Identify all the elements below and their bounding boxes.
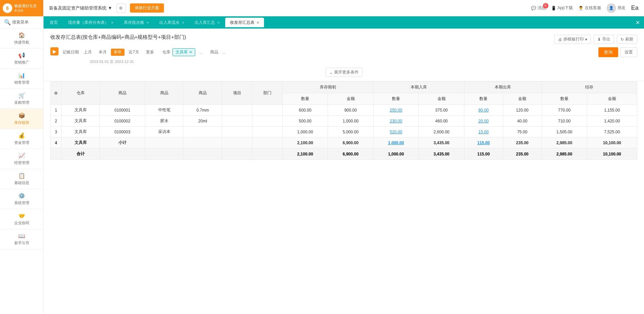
expand-icon: ⌄ <box>329 70 333 75</box>
message-btn[interactable]: 💬 消息 6 <box>531 5 546 11</box>
footer-empty6 <box>252 148 282 160</box>
date-option-this-month[interactable]: 本月 <box>96 49 110 56</box>
home-icon: 🏠 <box>18 32 25 38</box>
sidebar-item-guide[interactable]: 📖 新手引导 <box>0 229 43 249</box>
money-icon: 💰 <box>18 132 25 139</box>
table-row: 3 文具库 0100003 采访本 1,000.00 5,000.00 520.… <box>51 127 637 137</box>
tabbar-close-btn[interactable]: ✕ <box>633 19 643 26</box>
row-dept <box>252 116 282 127</box>
query-btn[interactable]: 查询 <box>598 47 618 57</box>
sidebar-item-basic[interactable]: 📋 基础信息 <box>0 169 43 189</box>
table-wrapper: ⚙ 仓库 商品 商品 商品 项目 部门 库存期初 本期入库 本期出库 结存 <box>44 81 644 167</box>
tab-close-icon[interactable]: ✕ <box>146 21 149 24</box>
row-open-amt: 5,000.00 <box>328 127 374 137</box>
filter-settings-btn[interactable]: 设置 <box>620 47 637 57</box>
row-in-qty[interactable]: 250.00 <box>373 105 419 116</box>
print-template-btn[interactable]: 🖨 拼模板打印 ▾ <box>554 35 591 44</box>
filter-toggle-btn[interactable]: ▶ <box>50 47 59 55</box>
tab-close-icon[interactable]: ✕ <box>111 21 114 24</box>
system-name-dropdown[interactable]: 装备及固定资产辅助管理系统 ▼ <box>49 5 112 11</box>
row-project <box>222 116 252 127</box>
date-option-this-year[interactable]: 本年 <box>111 49 125 56</box>
row-warehouse: 文具库 <box>62 127 100 137</box>
row-warehouse: 文具库 <box>62 105 100 116</box>
date-option-7days[interactable]: 近7天 <box>126 49 142 56</box>
user-menu[interactable]: 👤 用友 <box>607 3 626 13</box>
user-avatar: 👤 <box>607 3 616 13</box>
sidebar-item-collab[interactable]: 🤝 企业协同 <box>0 209 43 229</box>
export-btn[interactable]: ⬇ 导出 <box>594 35 614 44</box>
online-service-btn[interactable]: 👨‍💼 在线客服 <box>578 5 601 11</box>
sidebar-item-finance[interactable]: 💰 资金管理 <box>0 129 43 149</box>
sidebar-item-search[interactable]: 🔍 搜索菜单 <box>0 16 43 29</box>
footer-empty2 <box>100 148 145 160</box>
tab-summary[interactable]: 出入库汇总 ✕ <box>190 18 225 27</box>
main-area: 装备及固定资产辅助管理系统 ▼ ⚙ 体验行业方案 💬 消息 6 📱 App下载 … <box>44 0 644 314</box>
date-option-last-month[interactable]: 上月 <box>81 49 95 56</box>
tab-recv-send[interactable]: 收发存汇总表 ✕ <box>225 18 264 27</box>
sidebar-item-purchase[interactable]: 🛒 采购管理 <box>0 89 43 109</box>
footer-close-qty: 2,985.00 <box>542 148 587 160</box>
subtotal-name <box>145 137 183 148</box>
sidebar-item-sales[interactable]: 📊 销售管理 <box>0 69 43 89</box>
sidebar-item-inventory[interactable]: 📦 库存核算 <box>0 109 43 129</box>
expand-more-conditions-btn[interactable]: ⌄ 展开更多条件 <box>326 68 362 77</box>
table-settings-col[interactable]: ⚙ <box>51 82 62 105</box>
tab-close-icon[interactable]: ✕ <box>257 21 259 24</box>
sidebar-item-system[interactable]: ⚙️ 系统管理 <box>0 189 43 209</box>
avatar-icon: 👤 <box>609 6 614 10</box>
date-range-display: 2023-01-01 至 2023-12-31 <box>90 60 134 64</box>
row-name: 中性笔 <box>145 105 183 116</box>
table-row: 1 文具库 0100001 中性笔 0.7mm 600.00 900.00 25… <box>51 105 637 116</box>
subtotal-row: 4 文具库 小计 2,100.00 6,900.00 1,000.00 3,43… <box>51 137 637 148</box>
footer-empty4 <box>183 148 222 160</box>
row-out-amt: 120.00 <box>503 105 542 116</box>
th-dept: 部门 <box>252 82 282 105</box>
row-project <box>222 105 252 116</box>
th-closing: 结存 <box>542 82 637 93</box>
box-icon: 📦 <box>18 112 25 119</box>
row-code: 0100003 <box>100 127 145 137</box>
tab-close-icon[interactable]: ✕ <box>217 21 220 24</box>
goods-more-btn[interactable]: ... <box>220 49 228 55</box>
row-open-qty: 1,000.00 <box>282 127 328 137</box>
app-download-btn[interactable]: 📱 App下载 <box>551 5 573 11</box>
tab-close-icon[interactable]: ✕ <box>182 21 184 24</box>
expand-topbar-btn[interactable]: Ea <box>631 4 639 12</box>
settings-gear-button[interactable]: ⚙ <box>116 3 126 13</box>
sidebar-item-marketing[interactable]: 📢 营销推广 <box>0 49 43 69</box>
subtotal-in-qty[interactable]: 1,000.00 <box>373 137 419 148</box>
goods-label: 商品 <box>210 49 218 55</box>
gear-icon: ⚙ <box>119 6 123 11</box>
sidebar-item-label: 经营管理 <box>14 160 29 165</box>
sidebar-item-quick-nav[interactable]: 🏠 快捷导航 <box>0 29 43 49</box>
subtotal-close-amt: 10,100.00 <box>587 137 637 148</box>
warehouse-tag-close[interactable]: ✕ <box>189 50 192 54</box>
row-in-qty[interactable]: 520.00 <box>373 127 419 137</box>
refresh-btn[interactable]: ↻ 刷新 <box>617 35 637 44</box>
sidebar-item-label: 搜索菜单 <box>12 19 29 25</box>
warehouse-more-btn[interactable]: ... <box>197 49 205 55</box>
subtotal-out-qty[interactable]: 115.00 <box>464 137 503 148</box>
row-out-qty[interactable]: 80.00 <box>464 105 503 116</box>
footer-empty <box>51 148 62 160</box>
tab-label: 出入库流水 <box>159 20 180 26</box>
sidebar-item-label: 营销推广 <box>14 60 29 65</box>
row-in-qty[interactable]: 230.00 <box>373 116 419 127</box>
th-code: 商品 <box>100 82 145 105</box>
experience-btn[interactable]: 体验行业方案 <box>130 3 164 13</box>
sidebar-item-business[interactable]: 📈 经营管理 <box>0 149 43 169</box>
date-label: 记账日期 <box>63 49 79 55</box>
row-close-amt: 1,420.00 <box>587 116 637 127</box>
tab-inventory-dist[interactable]: 现存量（库存分布表） ✕ <box>63 18 118 27</box>
date-option-more[interactable]: 更多 <box>143 49 157 56</box>
tab-home[interactable]: 首页 <box>45 18 63 27</box>
tab-flow[interactable]: 出入库流水 ✕ <box>154 18 189 27</box>
row-no: 3 <box>51 127 62 137</box>
row-out-amt: 75.00 <box>503 127 542 137</box>
row-out-qty[interactable]: 15.00 <box>464 127 503 137</box>
service-icon: 👨‍💼 <box>578 6 583 11</box>
row-out-qty[interactable]: 20.00 <box>464 116 503 127</box>
footer-out-qty: 115.00 <box>464 148 503 160</box>
tab-batch[interactable]: 库存批次账 ✕ <box>119 18 154 27</box>
